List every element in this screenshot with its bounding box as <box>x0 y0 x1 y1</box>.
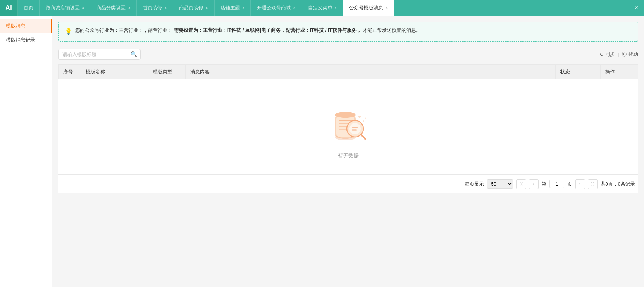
tab-close-product-category[interactable]: × <box>128 6 130 10</box>
tab-bar: Ai 首页 微商城店铺设置 × 商品分类设置 × 首页装修 × 商品页装修 × … <box>0 0 644 16</box>
tab-open-mall[interactable]: 开通公众号商城 × <box>251 0 302 16</box>
svg-rect-12 <box>352 129 357 131</box>
sync-button[interactable]: ↻ 同步 <box>600 51 615 58</box>
svg-point-13 <box>358 116 361 118</box>
tab-product-decoration[interactable]: 商品页装修 × <box>173 0 214 16</box>
table-body: 暂无数据 <box>59 79 638 174</box>
search-input[interactable] <box>58 49 141 60</box>
search-input-wrap: 🔍 <box>58 49 141 60</box>
col-header-type: 模版类型 <box>148 64 186 79</box>
sidebar-item-template-msg-log[interactable]: 模版消息记录 <box>0 33 52 47</box>
page-size-select[interactable]: 10 20 50 100 <box>487 179 513 189</box>
search-button[interactable]: 🔍 <box>130 51 138 58</box>
sync-icon: ↻ <box>600 52 604 57</box>
toolbar-divider: | <box>618 52 619 57</box>
tab-product-category[interactable]: 商品分类设置 × <box>90 0 136 16</box>
svg-rect-5 <box>339 123 349 124</box>
col-header-index: 序号 <box>59 64 81 79</box>
tab-close-open-mall[interactable]: × <box>293 6 295 10</box>
svg-rect-7 <box>339 129 346 130</box>
pagination: 每页显示 10 20 50 100 ⟨⟨ ‹ 第 页 › ⟩⟩ 共0页，0条记录 <box>58 174 638 193</box>
tab-close-product-decoration[interactable]: × <box>206 6 208 10</box>
svg-point-3 <box>335 112 356 118</box>
sidebar-item-template-msg[interactable]: 模版消息 <box>0 19 52 33</box>
empty-icon <box>326 102 371 147</box>
empty-state: 暂无数据 <box>59 79 638 174</box>
tab-custom-menu[interactable]: 自定义菜单 × <box>302 0 343 16</box>
page-last-button[interactable]: ⟩⟩ <box>588 179 598 189</box>
tab-close-template-message[interactable]: × <box>385 6 388 10</box>
tab-wechat-shop[interactable]: 微商城店铺设置 × <box>40 0 90 16</box>
notice-icon: 💡 <box>65 27 72 37</box>
help-button[interactable]: ⓪ 帮助 <box>622 51 638 58</box>
page-label: 页 <box>567 181 572 187</box>
svg-rect-11 <box>352 127 358 128</box>
svg-point-15 <box>365 117 366 119</box>
svg-point-9 <box>349 123 361 134</box>
empty-illustration <box>326 102 371 147</box>
empty-text: 暂无数据 <box>338 153 359 159</box>
app-logo: Ai <box>0 0 18 16</box>
notice-box: 💡 您的公众号行业为：主营行业：，副营行业： 需要设置为：主营行业：IT科技 /… <box>58 22 638 42</box>
tab-homepage-decoration[interactable]: 首页装修 × <box>137 0 173 16</box>
toolbar-right: ↻ 同步 | ⓪ 帮助 <box>600 51 638 58</box>
page-prev-button[interactable]: ‹ <box>529 179 539 189</box>
svg-rect-4 <box>339 120 352 121</box>
tab-close-custom-menu[interactable]: × <box>335 6 337 10</box>
page-size-label: 每页显示 <box>465 181 484 187</box>
notice-text: 您的公众号行业为：主营行业：，副营行业： 需要设置为：主营行业：IT科技 / 互… <box>75 27 421 34</box>
svg-point-14 <box>363 120 364 122</box>
data-table: 序号 模版名称 模版类型 消息内容 状态 操作 <box>58 64 638 174</box>
tab-close-wechat-shop[interactable]: × <box>82 6 84 10</box>
tab-close-shop-theme[interactable]: × <box>242 6 244 10</box>
col-header-action: 操作 <box>601 64 638 79</box>
main-layout: 模版消息 模版消息记录 💡 您的公众号行业为：主营行业：，副营行业： 需要设置为… <box>0 16 644 287</box>
content-area: 💡 您的公众号行业为：主营行业：，副营行业： 需要设置为：主营行业：IT科技 /… <box>52 16 644 287</box>
search-bar: 🔍 ↻ 同步 | ⓪ 帮助 <box>58 49 638 60</box>
page-first-button[interactable]: ⟨⟨ <box>516 179 526 189</box>
page-next-button[interactable]: › <box>575 179 585 189</box>
tab-shop-theme[interactable]: 店铺主题 × <box>215 0 251 16</box>
svg-line-10 <box>361 135 366 139</box>
tab-home[interactable]: 首页 <box>18 0 40 16</box>
global-close-button[interactable]: × <box>629 4 644 11</box>
sidebar: 模版消息 模版消息记录 <box>0 16 52 287</box>
page-di-label: 第 <box>542 181 546 187</box>
col-header-status: 状态 <box>556 64 601 79</box>
col-header-content: 消息内容 <box>186 64 556 79</box>
total-text: 共0页，0条记录 <box>601 181 635 187</box>
table-header: 序号 模版名称 模版类型 消息内容 状态 操作 <box>59 64 638 79</box>
table-container: 序号 模版名称 模版类型 消息内容 状态 操作 <box>58 64 638 174</box>
page-number-input[interactable] <box>549 180 564 188</box>
tab-close-homepage-decoration[interactable]: × <box>164 6 167 10</box>
col-header-name: 模版名称 <box>81 64 148 79</box>
help-icon: ⓪ <box>622 51 627 58</box>
tab-template-message[interactable]: 公众号模版消息 × <box>343 0 394 16</box>
